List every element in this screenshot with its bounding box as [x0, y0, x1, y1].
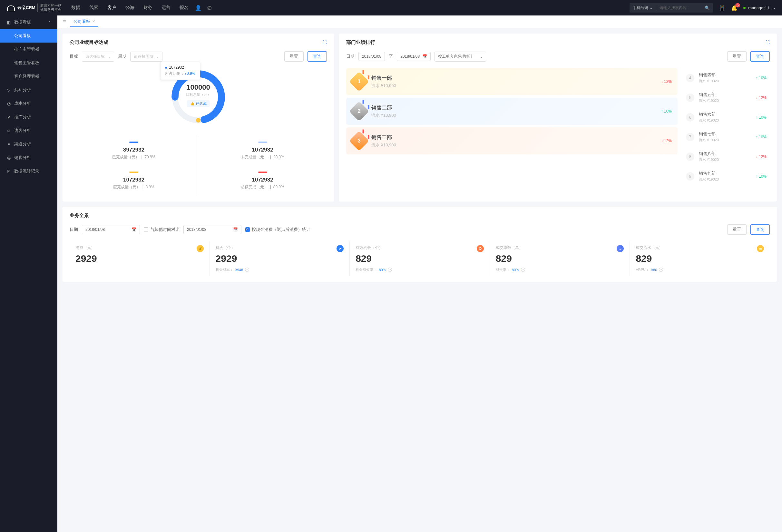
expand-icon[interactable]: ⛶ — [766, 40, 770, 45]
phone-icon[interactable]: ✆ — [207, 5, 211, 11]
chevron-up-icon: ⌃ — [48, 21, 51, 24]
sidebar-item[interactable]: ◧数据看板⌃ — [0, 15, 58, 29]
date-to[interactable]: 2018/01/08📅 — [397, 52, 431, 61]
nav-item[interactable]: 财务 — [143, 5, 152, 11]
user-menu[interactable]: manager11 ⌄ — [743, 5, 776, 10]
card-title: 部门业绩排行 — [346, 39, 375, 45]
trend-indicator: ↓ 12% — [661, 139, 672, 143]
medal-icon: 3 — [349, 131, 369, 151]
bell-icon[interactable]: 🔔5 — [731, 5, 738, 11]
query-button[interactable]: 查询 — [750, 224, 770, 235]
nav-item[interactable]: 报名 — [180, 5, 188, 11]
status-dot — [743, 7, 746, 9]
notification-badge: 5 — [735, 3, 740, 7]
overview-cell: 消费（元）💰2929 — [70, 241, 210, 276]
target-select[interactable]: 请选择目标⌄ — [82, 51, 114, 62]
brand-tagline: 教育机构一站 式服务云平台 — [37, 4, 62, 12]
search-type-select[interactable]: 手机号码⌄ — [630, 5, 656, 11]
svg-point-2 — [196, 118, 201, 122]
sidebar-item[interactable]: ⚭渠道分析 — [0, 137, 58, 151]
sidebar: ◧数据看板⌃公司看板推广主管看板销售主管看板客户经理看板▽漏斗分析◔成本分析⬈推… — [0, 15, 58, 287]
search-input[interactable] — [656, 5, 702, 10]
date-input[interactable]: 2018/01/08📅 — [82, 225, 140, 234]
rank-card: 2销售二部流水 ¥10,900↑ 10% — [346, 98, 678, 125]
sidebar-item[interactable]: ☺访客分析 — [0, 124, 58, 137]
menu-icon: ☺ — [6, 128, 11, 133]
date-from[interactable]: 2018/01/08 — [358, 52, 385, 61]
nav-item[interactable]: 运营 — [162, 5, 171, 11]
nav-item[interactable]: 公海 — [126, 5, 134, 11]
logo: 云朵CRM 教育机构一站 式服务云平台 — [6, 4, 62, 12]
overview-cell: 机会（个）➤2929机会成本：¥948? — [210, 241, 350, 276]
reset-button[interactable]: 重置 — [284, 51, 304, 62]
reset-button[interactable]: 重置 — [727, 51, 747, 62]
sidebar-item[interactable]: ◔成本分析 — [0, 97, 58, 110]
mobile-icon[interactable]: 📱 — [719, 5, 725, 11]
card-title: 业务全景 — [70, 212, 89, 219]
person-icon[interactable]: 👤 — [195, 5, 202, 11]
cash-checkbox[interactable]: 按现金消费（返点后消费）统计 — [245, 227, 311, 233]
top-nav: 数据线索客户公海财务运营报名 — [71, 5, 188, 11]
calendar-icon: 📅 — [132, 227, 136, 232]
query-button[interactable]: 查询 — [308, 51, 327, 62]
rank-row: 7销售七部流水 ¥19020↑ 10% — [683, 127, 770, 147]
compare-date-input[interactable]: 2018/01/08📅 — [183, 225, 242, 234]
main-content: ☰ 公司看板 ✕ 公司业绩目标达成 ⛶ 目标 请选择目标⌄ 周期 请选择周期⌄ … — [58, 15, 782, 287]
help-icon[interactable]: ? — [388, 268, 392, 272]
overview-cell: 成交流水（元）▭829ARPU：¥80? — [630, 241, 770, 276]
stat-cell: 1072932超额完成（元） | 89.9% — [198, 166, 327, 196]
status-badge: 👍已达成 — [187, 100, 210, 107]
trend-indicator: ↑ 10% — [756, 76, 767, 80]
card-title: 公司业绩目标达成 — [70, 39, 108, 45]
tab-bar: ☰ 公司看板 ✕ — [58, 15, 782, 28]
card-dept-ranking: 部门业绩排行 ⛶ 日期 2018/01/08 至 2018/01/08📅 按工单… — [339, 34, 777, 202]
medal-icon: 2 — [349, 101, 369, 121]
overview-cell: 有效机会（个）✪829机会有效率：80%? — [350, 241, 490, 276]
nav-item[interactable]: 线索 — [89, 5, 98, 11]
trend-indicator: ↓ 12% — [756, 96, 767, 100]
stat-type-select[interactable]: 按工单客户经理统计⌄ — [434, 51, 486, 62]
trend-indicator: ↑ 10% — [756, 115, 767, 119]
chevron-down-icon: ⌄ — [108, 55, 111, 58]
menu-toggle-icon[interactable]: ☰ — [61, 18, 68, 26]
stat-cell: 8972932已完成量（元） | 70.9% — [70, 136, 198, 166]
trend-indicator: ↑ 10% — [756, 174, 767, 179]
close-icon[interactable]: ✕ — [92, 19, 95, 24]
chevron-down-icon: ⌄ — [772, 5, 776, 10]
sidebar-subitem[interactable]: 公司看板 — [0, 29, 58, 42]
sidebar-subitem[interactable]: 销售主管看板 — [0, 56, 58, 70]
period-select[interactable]: 请选择周期⌄ — [130, 51, 163, 62]
sidebar-item[interactable]: ⬈推广分析 — [0, 110, 58, 124]
menu-icon: ◎ — [6, 155, 11, 160]
trend-indicator: ↓ 12% — [661, 79, 672, 84]
app-header: 云朵CRM 教育机构一站 式服务云平台 数据线索客户公海财务运营报名 👤 ✆ 手… — [0, 0, 782, 15]
medal-icon: 1 — [349, 72, 369, 92]
compare-checkbox[interactable]: 与其他时间对比 — [144, 227, 180, 233]
help-icon[interactable]: ? — [245, 268, 249, 272]
sidebar-item[interactable]: ◎销售分析 — [0, 151, 58, 165]
query-button[interactable]: 查询 — [750, 51, 770, 62]
nav-item[interactable]: 客户 — [107, 5, 116, 11]
chart-tooltip: 1072932 所占比例：70.9% — [160, 62, 200, 80]
menu-icon: ⚭ — [6, 142, 11, 147]
sidebar-item[interactable]: ▽漏斗分析 — [0, 83, 58, 97]
stat-cell: 1072932未完成量（元） | 20.9% — [198, 136, 327, 166]
help-icon[interactable]: ? — [659, 268, 663, 272]
chevron-down-icon: ⌄ — [156, 55, 159, 58]
trend-indicator: ↑ 10% — [756, 135, 767, 139]
sidebar-item[interactable]: ⎘数据流转记录 — [0, 165, 58, 178]
search-icon[interactable]: 🔍 — [702, 5, 713, 10]
sidebar-subitem[interactable]: 推广主管看板 — [0, 42, 58, 56]
metric-icon: ✪ — [477, 245, 484, 252]
reset-button[interactable]: 重置 — [727, 224, 747, 235]
menu-icon: ◧ — [6, 20, 11, 25]
sidebar-subitem[interactable]: 客户经理看板 — [0, 70, 58, 83]
chevron-down-icon: ⌄ — [480, 55, 483, 58]
expand-icon[interactable]: ⛶ — [323, 40, 327, 45]
calendar-icon: 📅 — [422, 54, 427, 59]
nav-item[interactable]: 数据 — [71, 5, 80, 11]
menu-icon: ⬈ — [6, 115, 11, 119]
metric-icon: ▭ — [757, 245, 764, 252]
help-icon[interactable]: ? — [521, 268, 525, 272]
tab-company-dashboard[interactable]: 公司看板 ✕ — [70, 17, 98, 27]
